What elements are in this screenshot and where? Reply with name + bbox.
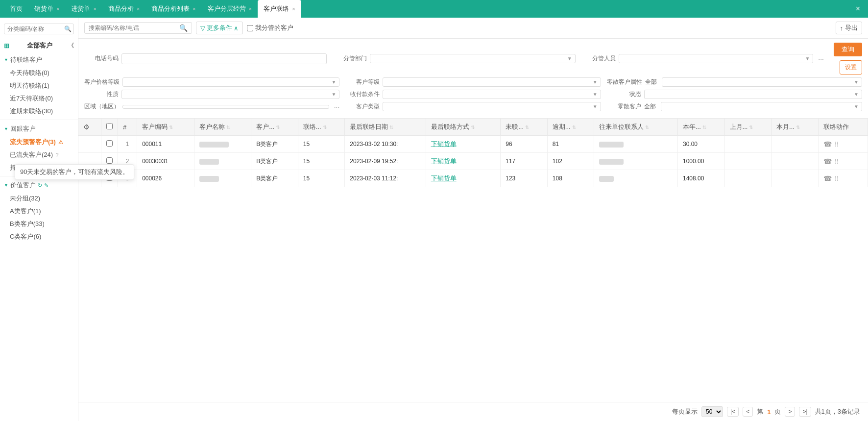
sidebar-group-pending[interactable]: ▼ 待联络客户 [0, 53, 78, 67]
chevron-down-icon-10: ▼ [854, 104, 859, 109]
row-last-contact-method[interactable]: 下销货单 [426, 136, 501, 153]
payment-select[interactable]: ▼ [383, 90, 601, 99]
prev-page-button[interactable]: < [743, 407, 753, 417]
status-select[interactable]: ▼ [644, 90, 862, 99]
action-icons: ☎ ⁞⁞ [823, 174, 863, 182]
edit-icon[interactable]: ✎ [44, 182, 48, 189]
tab-home[interactable]: 首页 [4, 0, 28, 18]
close-product-analysis-tab[interactable]: × [137, 6, 140, 12]
close-product-analysis-list-tab[interactable]: × [193, 6, 195, 12]
contact-method-link[interactable]: 下销货单 [431, 157, 457, 165]
row-settings-cell [78, 136, 101, 153]
my-customers-checkbox[interactable] [247, 25, 253, 31]
select-all-checkbox[interactable] [106, 123, 113, 129]
department-select[interactable]: ▼ [370, 54, 575, 63]
customer-type-select[interactable]: ▼ [383, 102, 601, 111]
col-no-contact[interactable]: 未联...⇅ [501, 119, 548, 136]
col-unit-contact[interactable]: 往来单位联系人⇅ [594, 119, 678, 136]
sidebar-collapse-button[interactable]: 《 [68, 42, 74, 50]
manager-select[interactable]: ▼ [619, 54, 814, 63]
retail-customer-select[interactable]: ▼ [661, 102, 862, 111]
more-conditions-button[interactable]: ▽ 更多条件 ∧ [196, 22, 243, 34]
col-level[interactable]: 客户...⇅ [251, 119, 298, 136]
row-name [194, 136, 251, 153]
customer-level-select[interactable]: ▼ [383, 77, 601, 87]
sidebar-all-customers[interactable]: ⊞ 全部客户 《 [0, 38, 78, 53]
row-name [194, 170, 251, 187]
tab-purchase[interactable]: 进货单 × [65, 0, 102, 18]
tab-product-analysis-list[interactable]: 商品分析列表 × [145, 0, 201, 18]
first-page-button[interactable]: |< [727, 407, 739, 417]
export-button[interactable]: ↑ 导出 [836, 22, 863, 34]
col-contact[interactable]: 联络...⇅ [298, 119, 345, 136]
phone-input[interactable] [121, 53, 327, 64]
tab-customer-link[interactable]: 客户联络 × [258, 0, 301, 18]
more-action-icon[interactable]: ⁞⁞ [835, 140, 839, 148]
sidebar-item-bclass[interactable]: B类客户(33) [0, 218, 78, 230]
col-overdue[interactable]: 逾期...⇅ [547, 119, 594, 136]
chevron-down-icon-7: ▼ [593, 92, 598, 97]
sidebar-item-cclass[interactable]: C类客户(6) [0, 230, 78, 243]
close-sales-tab[interactable]: × [56, 6, 59, 12]
sidebar-search-input[interactable] [4, 24, 74, 34]
contact-action-icon[interactable]: ☎ [823, 157, 832, 165]
contact-action-icon[interactable]: ☎ [823, 174, 832, 182]
sidebar-group-lost[interactable]: ▼ 回跟客户 [0, 122, 78, 136]
sidebar-group-value[interactable]: ▼ 价值客户 ↻ ✎ [0, 178, 78, 192]
close-all-tabs-button[interactable]: × [852, 4, 864, 13]
sort-icon-method: ⇅ [471, 124, 475, 130]
more-action-icon[interactable]: ⁞⁞ [835, 174, 839, 182]
next-page-button[interactable]: > [785, 407, 795, 417]
row-last-contact-method[interactable]: 下销货单 [426, 153, 501, 170]
row-unit-contact [594, 170, 678, 187]
contact-method-link[interactable]: 下销货单 [431, 140, 457, 148]
search-button[interactable]: 🔍 [179, 24, 188, 32]
settings-button[interactable]: 设置 [840, 60, 862, 74]
my-customers-checkbox-wrap[interactable]: 我分管的客户 [247, 24, 293, 32]
tab-customer-tier[interactable]: 客户分层经营 × [202, 0, 258, 18]
sidebar-item-ungrouped[interactable]: 未分组(32) [0, 192, 78, 205]
last-page-button[interactable]: >| [799, 407, 811, 417]
sidebar-item-overdue[interactable]: 逾期未联络(30) [0, 105, 78, 118]
col-settings[interactable]: ⚙ [78, 119, 101, 136]
per-page-select[interactable]: 50 [701, 406, 723, 417]
col-last-month[interactable]: 上月...⇅ [724, 119, 772, 136]
sidebar-item-today[interactable]: 今天待联络(0) [0, 67, 78, 79]
sidebar-item-aclass[interactable]: A类客户(1) [0, 205, 78, 218]
row-overdue: 102 [547, 153, 594, 170]
gender-select[interactable]: ▼ [121, 90, 339, 99]
sidebar-item-churned[interactable]: 已流失客户(24) ? [0, 149, 78, 161]
col-code[interactable]: 客户编码⇅ [137, 119, 194, 136]
col-checkbox [101, 119, 118, 136]
query-button[interactable]: 查询 [834, 43, 862, 56]
sidebar-item-tomorrow[interactable]: 明天待联络(1) [0, 79, 78, 92]
tab-product-analysis[interactable]: 商品分析 × [102, 0, 145, 18]
col-last-contact-method[interactable]: 最后联络方式⇅ [426, 119, 501, 136]
col-this-month[interactable]: 本月...⇅ [772, 119, 819, 136]
adv-filter-row-2: 客户价格等级 ▼ 客户等级 ▼ 零散客户属性 全部 [84, 77, 862, 87]
search-input[interactable] [89, 25, 179, 31]
col-name[interactable]: 客户名称⇅ [194, 119, 251, 136]
contact-method-link[interactable]: 下销货单 [431, 174, 457, 182]
retail-attr-select[interactable]: ▼ [662, 77, 862, 87]
more-action-icon[interactable]: ⁞⁞ [835, 157, 839, 165]
col-this-year[interactable]: 本年...⇅ [678, 119, 725, 136]
tab-sales[interactable]: 销货单 × [28, 0, 65, 18]
row-checkbox[interactable] [106, 157, 113, 164]
price-level-select[interactable]: ▼ [122, 77, 339, 87]
row-last-contact-method[interactable]: 下销货单 [426, 170, 501, 187]
region-select[interactable] [122, 105, 329, 109]
close-purchase-tab[interactable]: × [93, 6, 96, 12]
refresh-icon[interactable]: ↻ [38, 182, 42, 189]
close-customer-link-tab[interactable]: × [292, 6, 295, 12]
manager-more-button[interactable]: ··· [818, 55, 824, 63]
contact-action-icon[interactable]: ☎ [823, 140, 832, 148]
col-last-contact-date[interactable]: 最后联络日期⇅ [345, 119, 426, 136]
close-customer-tier-tab[interactable]: × [249, 6, 252, 12]
col-num: # [118, 119, 137, 136]
sidebar-item-churn-warning[interactable]: 流失预警客户(3) ⚠ [0, 136, 78, 149]
region-more-button[interactable]: ··· [334, 103, 340, 111]
row-checkbox[interactable] [106, 140, 113, 147]
sidebar-item-7days[interactable]: 近7天待联络(0) [0, 92, 78, 105]
settings-col-icon[interactable]: ⚙ [83, 123, 90, 131]
